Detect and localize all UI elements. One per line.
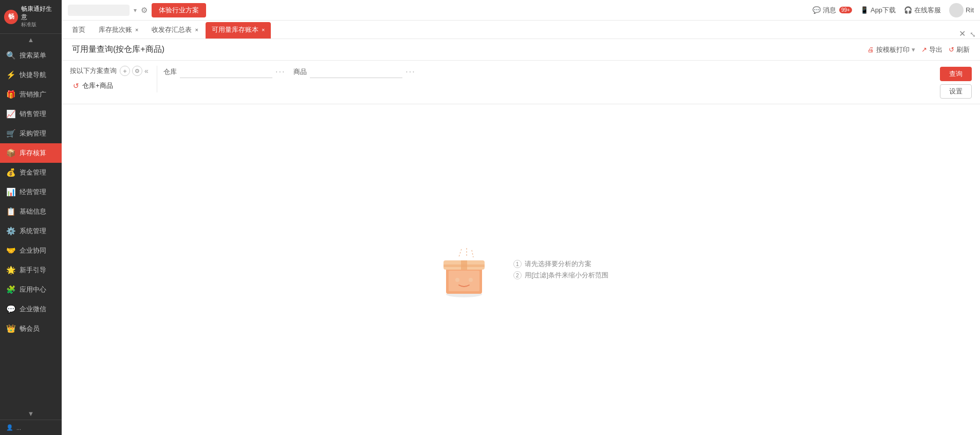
export-button[interactable]: ↗ 导出 (921, 45, 942, 54)
inventory-icon: 📦 (6, 148, 15, 158)
search-input[interactable] (68, 5, 130, 16)
empty-hint-1: 1 请先选择要分析的方案 (513, 259, 608, 269)
message-icon: 💬 (812, 6, 821, 14)
online-service-label: 在线客服 (914, 6, 941, 15)
wechat-icon: 💬 (6, 305, 15, 314)
tab-available-qty-close[interactable]: × (262, 27, 265, 33)
svg-rect-2 (449, 271, 479, 291)
sidebar: 畅 畅康通好生意 标准版 ▲ 🔍 搜索菜单 ⚡ 快捷导航 🎁 营销推广 📈 销售… (0, 0, 62, 435)
message-button[interactable]: 💬 消息 99+ (812, 6, 852, 15)
print-button[interactable]: 🖨 按模板打印 ▾ (867, 45, 915, 54)
sidebar-item-sales[interactable]: 📈 销售管理 (0, 104, 62, 124)
expand-tab-button[interactable]: ⤡ (970, 30, 976, 39)
quick-nav-icon: ⚡ (6, 70, 15, 80)
filter-fields: 仓库 ··· 商品 ··· (163, 66, 934, 78)
sidebar-item-label: 企业微信 (20, 305, 46, 314)
app-name: 畅康通好生意 (21, 5, 58, 21)
tab-available-qty[interactable]: 可用量库存账本 × (206, 22, 271, 39)
message-badge: 99+ (839, 7, 852, 13)
product-more-icon[interactable]: ··· (405, 67, 415, 77)
sidebar-item-inventory[interactable]: 📦 库存核算 (0, 143, 62, 163)
export-label: 导出 (929, 45, 942, 54)
sidebar-item-wechat[interactable]: 💬 企业微信 (0, 299, 62, 319)
warehouse-label: 仓库 (163, 67, 177, 77)
tab-available-qty-label: 可用量库存账本 (212, 25, 258, 34)
sidebar-item-label: 系统管理 (20, 226, 46, 236)
sidebar-item-label: 营销推广 (20, 90, 46, 99)
scheme-collapse-button[interactable]: « (144, 67, 149, 75)
sidebar-item-label: 销售管理 (20, 109, 46, 119)
scheme-item-icon: ↺ (73, 82, 79, 90)
sidebar-bottom-user[interactable]: 👤 ... (0, 420, 62, 435)
warehouse-more-icon[interactable]: ··· (275, 67, 285, 77)
scheme-item-label: 仓库+商品 (82, 81, 113, 90)
product-input[interactable] (310, 66, 402, 78)
scheme-add-button[interactable]: + (120, 66, 130, 76)
filter-scheme-panel: 按以下方案查询 + ⚙ « ↺ 仓库+商品 (70, 66, 157, 92)
empty-box-svg (433, 239, 495, 300)
sidebar-item-finance[interactable]: 💰 资金管理 (0, 163, 62, 182)
tab-home[interactable]: 首页 (66, 22, 91, 39)
sidebar-item-purchase[interactable]: 🛒 采购管理 (0, 124, 62, 143)
tab-batch-account-close[interactable]: × (135, 27, 138, 33)
refresh-icon: ↺ (949, 46, 954, 53)
hint-text-1: 请先选择要分析的方案 (525, 259, 591, 269)
search-chevron-icon[interactable]: ▾ (134, 7, 137, 14)
warehouse-input[interactable] (180, 66, 272, 78)
tab-summary-close[interactable]: × (195, 27, 198, 33)
tab-summary[interactable]: 收发存汇总表 × (145, 22, 204, 39)
sidebar-item-label: 搜索菜单 (20, 51, 46, 60)
sidebar-scroll-up[interactable]: ▲ (0, 34, 62, 46)
avatar (949, 3, 964, 17)
sales-icon: 📈 (6, 109, 15, 119)
query-button[interactable]: 查询 (940, 67, 972, 81)
empty-hints: 1 请先选择要分析的方案 2 用[过滤]条件来缩小分析范围 (513, 259, 608, 280)
sidebar-item-marketing[interactable]: 🎁 营销推广 (0, 85, 62, 104)
sidebar-item-label: 资金管理 (20, 168, 46, 177)
tab-summary-label: 收发存汇总表 (152, 25, 192, 34)
sidebar-item-basic-info[interactable]: 📋 基础信息 (0, 202, 62, 221)
sidebar-item-operations[interactable]: 📊 经营管理 (0, 182, 62, 202)
operations-icon: 📊 (6, 187, 15, 197)
sidebar-item-membership[interactable]: 👑 畅会员 (0, 319, 62, 338)
svg-point-4 (469, 278, 473, 282)
sidebar-user-label: ... (16, 425, 21, 431)
user-profile-button[interactable]: Rit (949, 3, 974, 17)
sidebar-item-guide[interactable]: 🌟 新手引导 (0, 260, 62, 280)
sidebar-item-label: 库存核算 (20, 148, 46, 158)
app-download-button[interactable]: 📱 App下载 (860, 6, 896, 15)
message-label: 消息 (823, 6, 836, 15)
sidebar-item-label: 应用中心 (20, 285, 46, 294)
sidebar-item-system[interactable]: ⚙️ 系统管理 (0, 221, 62, 241)
print-label: 按模板打印 (876, 45, 910, 54)
tab-batch-account[interactable]: 库存批次账 × (93, 22, 144, 39)
sidebar-item-quick-nav[interactable]: ⚡ 快捷导航 (0, 65, 62, 85)
sidebar-item-search[interactable]: 🔍 搜索菜单 (0, 46, 62, 65)
purchase-icon: 🛒 (6, 129, 15, 138)
scheme-item-warehouse-product[interactable]: ↺ 仓库+商品 (70, 79, 151, 92)
sidebar-scroll-down[interactable]: ▼ (0, 408, 62, 420)
trial-industry-button[interactable]: 体验行业方案 (152, 3, 206, 17)
enterprise-icon: 🤝 (6, 246, 15, 255)
empty-hint-2: 2 用[过滤]条件来缩小分析范围 (513, 271, 608, 280)
settings-gear-icon[interactable]: ⚙ (141, 6, 147, 15)
export-icon: ↗ (921, 46, 927, 53)
svg-line-10 (472, 250, 473, 257)
column-settings-button[interactable]: 设置 (940, 84, 972, 99)
scheme-settings-button[interactable]: ⚙ (132, 66, 142, 76)
sidebar-item-label: 快捷导航 (20, 70, 46, 80)
tab-batch-account-label: 库存批次账 (99, 25, 132, 34)
sidebar-header: 畅 畅康通好生意 标准版 (0, 0, 62, 34)
system-icon: ⚙️ (6, 226, 15, 236)
online-service-button[interactable]: 🎧 在线客服 (904, 6, 941, 15)
hint-num-1: 1 (513, 260, 522, 268)
user-name: Rit (966, 6, 974, 14)
sidebar-item-label: 企业协同 (20, 246, 46, 255)
sidebar-item-label: 经营管理 (20, 187, 46, 197)
headset-icon: 🎧 (904, 6, 912, 14)
refresh-button[interactable]: ↺ 刷新 (949, 45, 970, 54)
apps-icon: 🧩 (6, 285, 15, 294)
sidebar-item-apps[interactable]: 🧩 应用中心 (0, 280, 62, 299)
sidebar-item-enterprise[interactable]: 🤝 企业协同 (0, 241, 62, 260)
close-tab-button[interactable]: ✕ (956, 29, 969, 39)
